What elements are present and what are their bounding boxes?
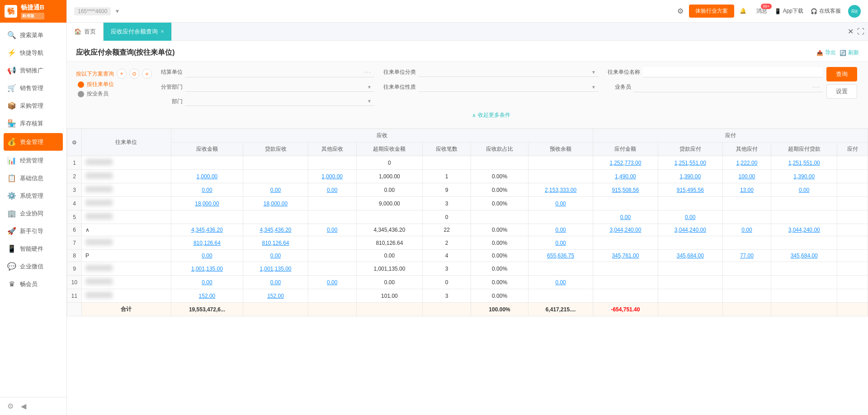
input-jiesuan[interactable]: ··· <box>185 67 374 77</box>
partner-cell: ∧ <box>82 224 171 236</box>
footer-yf-je: -654,751.40 <box>593 303 658 316</box>
table-row: 8P0.000.000.0040.00%655,636.75345,761.00… <box>67 250 868 262</box>
input-bumen[interactable]: ▼ <box>185 97 374 106</box>
avatar[interactable]: Rit <box>848 5 861 18</box>
sidebar-item-stock[interactable]: 🏪 库存核算 <box>0 114 66 132</box>
table-row: 100.000.000.000.0000.00%0.00 <box>67 276 868 289</box>
logo-icon: 畅 <box>5 5 17 18</box>
gear-icon[interactable]: ⚙ <box>677 7 684 15</box>
filter-wanglai-name: 往来单位名称 <box>608 67 823 77</box>
sidebar-item-collab[interactable]: 🏢 企业协同 <box>0 205 66 222</box>
filter-area: 按以下方案查询 + ⊙ « 按往来单位 按 <box>67 62 868 129</box>
scheme-option-staff[interactable]: 按业务员 <box>78 90 152 98</box>
sidebar-item-finance[interactable]: 💰 资金管理 <box>4 133 63 151</box>
partner-cell: P <box>82 250 171 262</box>
tab-home[interactable]: 🏠 首页 <box>67 23 104 41</box>
table-settings-icon[interactable]: ⚙ <box>72 139 77 146</box>
collapse-filter-button[interactable]: ∧ 收起更多条件 <box>472 108 510 123</box>
input-wanglai-fen[interactable]: ▼ <box>419 68 599 77</box>
trial-button[interactable]: 体验行业方案 <box>689 5 734 18</box>
refresh-icon: 🔄 <box>840 50 846 56</box>
top-header: 165****4600 ▼ ⚙ 体验行业方案 🔔 99+ 消息 📱 App下载 … <box>67 0 868 23</box>
edit-scheme-button[interactable]: ⊙ <box>129 69 139 79</box>
purchase-icon: 📦 <box>7 101 16 110</box>
sidebar-item-guide[interactable]: 🚀 新手引导 <box>0 222 66 240</box>
online-service[interactable]: 🎧 在线客服 <box>811 7 841 15</box>
collapse-scheme-button[interactable]: « <box>142 69 152 79</box>
th-cq-yf: 超期应付贷款 <box>771 143 837 156</box>
footer-ys-je: 19,553,472,6... <box>171 303 243 316</box>
input-wanglai-xing[interactable]: ▼ <box>419 83 599 92</box>
collapse-icon[interactable]: ◀ <box>21 402 26 410</box>
filter-wanglai-xing: 往来单位性质 ▼ <box>383 83 599 92</box>
main-content: 应收应付余额查询(按往来单位) 📤 导出 🔄 刷新 按以下 <box>67 41 868 415</box>
th-ysyue: 预收余额 <box>528 143 593 156</box>
label-bumen: 部门 <box>159 98 183 105</box>
guide-icon: 🚀 <box>7 227 16 235</box>
label-wanglai-xing: 往来单位性质 <box>383 83 416 91</box>
sidebar: 畅 畅捷通B 标准版 🔍 搜索菜单 ⚡ 快捷导航 📢 营销推广 🛒 销售管理 📦… <box>0 0 67 415</box>
partner-cell <box>82 262 171 276</box>
sidebar-item-sales[interactable]: 🛒 销售管理 <box>0 79 66 97</box>
partner-cell <box>82 236 171 250</box>
setting-button[interactable]: 设置 <box>826 84 857 99</box>
label-wanglai-fen: 往来单位分类 <box>383 68 416 76</box>
page-container: 应收应付余额查询(按往来单位) 📤 导出 🔄 刷新 按以下 <box>67 41 868 415</box>
scheme-option-partner[interactable]: 按往来单位 <box>78 81 152 88</box>
sidebar-item-wechat[interactable]: 💬 企业微信 <box>0 258 66 275</box>
sidebar-item-search[interactable]: 🔍 搜索菜单 <box>0 26 66 44</box>
th-ys-zb: 应收款占比 <box>471 143 528 156</box>
refresh-button[interactable]: 🔄 刷新 <box>840 49 859 57</box>
tab-bar: 🏠 首页 应收应付余额查询 ✕ ✕ ⛶ <box>67 23 868 41</box>
scheme-dot-inactive <box>78 91 84 97</box>
service-icon: 🎧 <box>811 8 817 14</box>
chevron-down-icon[interactable]: ▼ <box>114 8 120 14</box>
wechat-icon: 💬 <box>7 262 16 271</box>
filter-left: 按以下方案查询 + ⊙ « 按往来单位 按 <box>76 67 152 123</box>
label-yewuyuan: 业务员 <box>608 83 631 91</box>
query-button[interactable]: 查询 <box>826 67 857 81</box>
footer-ysyue: 6,417,215.... <box>528 303 593 316</box>
sidebar-item-hardware[interactable]: 📱 智能硬件 <box>0 240 66 258</box>
quick-icon: ⚡ <box>7 48 16 57</box>
hardware-icon: 📱 <box>7 244 16 253</box>
filter-yewuyuan: 业务员 ··· <box>608 82 823 92</box>
sidebar-item-basic[interactable]: 📋 基础信息 <box>0 169 66 187</box>
filter-bumen: 部门 ▼ <box>159 97 374 106</box>
sidebar-item-operation[interactable]: 📊 经营管理 <box>0 152 66 169</box>
sidebar-item-member[interactable]: ♛ 畅会员 <box>0 275 66 293</box>
close-window-icon[interactable]: ✕ <box>848 27 854 36</box>
table-row: 6∧4,345,436.204,345,436.200.004,345,436.… <box>67 224 868 236</box>
phone-icon: 📱 <box>774 8 781 14</box>
sidebar-item-quick[interactable]: ⚡ 快捷导航 <box>0 44 66 62</box>
tab-receivable[interactable]: 应收应付余额查询 ✕ <box>104 23 172 41</box>
input-yewuyuan[interactable]: ··· <box>634 82 823 92</box>
sidebar-item-marketing[interactable]: 📢 营销推广 <box>0 62 66 79</box>
add-scheme-button[interactable]: + <box>117 69 127 79</box>
table-row: 11152.00152.00101.0030.00% <box>67 289 868 303</box>
input-wanglai-name[interactable] <box>643 67 823 77</box>
partner-cell <box>82 197 171 210</box>
sidebar-item-system[interactable]: ⚙️ 系统管理 <box>0 187 66 205</box>
filter-wanglai-fen: 往来单位分类 ▼ <box>383 68 599 77</box>
settings-icon[interactable]: ⚙ <box>7 402 14 410</box>
th-partner: 往来单位 <box>82 129 171 156</box>
bell-icon: 🔔 <box>740 8 746 14</box>
fullscreen-icon[interactable]: ⛶ <box>857 28 864 36</box>
tab-close-icon[interactable]: ✕ <box>160 29 164 34</box>
logo-text: 畅捷通B 标准版 <box>21 4 44 19</box>
input-fenguan[interactable]: ▼ <box>185 83 374 92</box>
table-row: 418,000.0018,000.009,000.0030.00%0.00 <box>67 197 868 210</box>
system-icon: ⚙️ <box>7 191 16 200</box>
export-button[interactable]: 📤 导出 <box>816 49 836 57</box>
sales-icon: 🛒 <box>7 84 16 92</box>
stock-icon: 🏪 <box>7 119 16 128</box>
partner-cell <box>82 276 171 289</box>
app-download[interactable]: 📱 App下载 <box>774 7 803 15</box>
sidebar-item-purchase[interactable]: 📦 采购管理 <box>0 97 66 114</box>
partner-cell <box>82 156 171 170</box>
page-header-actions: 📤 导出 🔄 刷新 <box>816 49 859 57</box>
th-yingshou-group: 应收 <box>171 129 593 143</box>
notification-bell[interactable]: 🔔 99+ 消息 <box>740 7 767 15</box>
th-dk-ys: 贷款应收 <box>243 143 308 156</box>
